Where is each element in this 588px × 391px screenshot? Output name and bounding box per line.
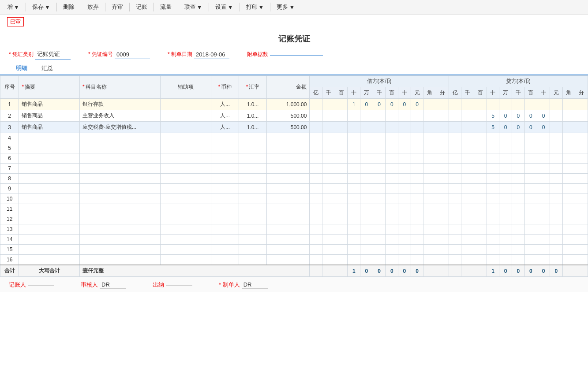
th-digit-2: 百	[335, 87, 348, 99]
table-row-empty[interactable]: 4	[0, 133, 588, 143]
attachment-field: 附单据数	[247, 51, 323, 58]
toolbar-btn-delete[interactable]: 删除	[60, 2, 78, 12]
footer: 记账人 审核人 DR 出纳 * 制单人 DR	[0, 277, 588, 292]
separator	[209, 3, 209, 11]
th-digit-18: 十	[537, 87, 550, 99]
th-digit-4: 万	[360, 87, 373, 99]
table-row-empty[interactable]: 13	[0, 224, 588, 235]
th-digit-9: 角	[423, 87, 436, 99]
voucher-type-field: * 凭证类别 记账凭证	[9, 49, 71, 60]
separator	[81, 3, 81, 11]
date-label: * 制单日期	[168, 51, 192, 58]
toolbar-btn-settings[interactable]: 设置 ▼	[212, 2, 237, 12]
reviewer-field: 审核人 DR	[81, 281, 126, 289]
toolbar-btn-save[interactable]: 保存 ▼	[29, 2, 54, 12]
separator	[240, 3, 240, 11]
cashier-field: 出纳	[153, 281, 192, 289]
th-digit-7: 十	[398, 87, 411, 99]
th-digit-11: 亿	[449, 87, 461, 99]
table-row[interactable]: 2销售商品主营业务收入人...1.0...500.0050000	[0, 110, 588, 122]
th-digit-16: 千	[512, 87, 524, 99]
summary-row: 合计大写合计壹仟元整100000100000	[0, 265, 588, 277]
bookkeeper-value[interactable]	[28, 284, 54, 286]
th-digit-15: 万	[499, 87, 512, 99]
toolbar-btn-discard[interactable]: 放弃	[84, 2, 102, 12]
voucher-no-field: * 凭证编号 0009	[88, 50, 150, 59]
table-row-empty[interactable]: 15	[0, 245, 588, 255]
date-value[interactable]: 2018-09-06	[194, 50, 229, 59]
toolbar-btn-print[interactable]: 打印 ▼	[243, 2, 268, 12]
th-rate: *汇率	[239, 76, 267, 99]
toolbar-btn-more[interactable]: 更多 ▼	[273, 2, 298, 12]
table-row-empty[interactable]: 9	[0, 184, 588, 194]
toolbar-btn-review[interactable]: 齐审	[108, 2, 127, 12]
voucher-no-label: * 凭证编号	[88, 51, 113, 58]
th-digit-12: 千	[461, 87, 474, 99]
table-row-empty[interactable]: 10	[0, 194, 588, 204]
cashier-label: 出纳	[153, 281, 164, 289]
th-digit-10: 分	[436, 87, 449, 99]
table-row-empty[interactable]: 12	[0, 214, 588, 224]
voucher-no-value[interactable]: 0009	[115, 50, 150, 59]
bookkeeper-field: 记账人	[9, 281, 54, 289]
th-digit-3: 十	[348, 87, 360, 99]
table-row-empty[interactable]: 11	[0, 204, 588, 214]
toolbar: 增 ▼ 保存 ▼ 删除 放弃 齐审 记账 流量 联查 ▼ 设置 ▼ 打印 ▼ 更…	[0, 0, 588, 15]
bookkeeper-label: 记账人	[9, 281, 26, 289]
tab-summary[interactable]: 汇总	[34, 62, 60, 75]
table-row-empty[interactable]: 8	[0, 174, 588, 184]
th-digit-19: 元	[550, 87, 562, 99]
th-digit-8: 元	[411, 87, 423, 99]
toolbar-btn-query[interactable]: 联查 ▼	[181, 2, 206, 12]
th-digit-5: 千	[373, 87, 386, 99]
table-row[interactable]: 3销售商品应交税费-应交增值税...人...1.0...500.0050000	[0, 122, 588, 133]
th-summary: *摘要	[19, 76, 80, 99]
maker-field: * 制单人 DR	[219, 281, 268, 289]
table-row-empty[interactable]: 16	[0, 255, 588, 265]
separator	[105, 3, 105, 11]
tab-detail[interactable]: 明细	[9, 62, 34, 75]
form-header: * 凭证类别 记账凭证 * 凭证编号 0009 * 制单日期 2018-09-0…	[0, 47, 588, 62]
page-title: 记账凭证	[0, 29, 588, 47]
date-field: * 制单日期 2018-09-06	[168, 50, 229, 59]
th-subject: *科目名称	[79, 76, 160, 99]
table-row[interactable]: 1销售商品银行存款人...1.0...1,000.00100000	[0, 99, 588, 110]
cashier-value[interactable]	[166, 284, 192, 286]
th-amount: 金额	[267, 76, 310, 99]
separator	[270, 3, 270, 11]
separator	[154, 3, 154, 11]
separator	[178, 3, 178, 11]
voucher-table-wrap: 序号 *摘要 *科目名称 辅助项 *币种 *汇率 金额 借方(本币) 贷方(本币…	[0, 75, 588, 277]
th-currency: *币种	[211, 76, 239, 99]
table-row-empty[interactable]: 7	[0, 164, 588, 174]
separator	[26, 3, 26, 11]
reviewer-value: DR	[100, 281, 126, 289]
table-row-empty[interactable]: 5	[0, 143, 588, 153]
th-debit-group: 借方(本币)	[310, 76, 449, 87]
toolbar-btn-bookkeep[interactable]: 记账	[132, 2, 151, 12]
th-digit-1: 千	[322, 87, 335, 99]
table-row-empty[interactable]: 6	[0, 153, 588, 164]
th-credit-group: 贷方(本币)	[449, 76, 588, 87]
attachment-label: 附单据数	[247, 51, 268, 58]
toolbar-btn-add[interactable]: 增 ▼	[4, 2, 23, 12]
attachment-value[interactable]	[270, 53, 323, 56]
th-digit-21: 分	[575, 87, 588, 99]
toolbar-btn-flow[interactable]: 流量	[157, 2, 175, 12]
th-digit-13: 百	[474, 87, 487, 99]
th-digit-6: 百	[386, 87, 398, 99]
maker-value: DR	[242, 281, 268, 289]
reviewer-label: 审核人	[81, 281, 98, 289]
th-assist: 辅助项	[161, 76, 211, 99]
separator	[129, 3, 130, 11]
already-reviewed-badge: 已审	[7, 17, 24, 26]
voucher-type-label: * 凭证类别	[9, 51, 34, 58]
voucher-type-value[interactable]: 记账凭证	[35, 49, 71, 60]
table-row-empty[interactable]: 14	[0, 235, 588, 245]
th-digit-0: 亿	[310, 87, 322, 99]
th-digit-20: 角	[562, 87, 575, 99]
separator	[56, 3, 57, 11]
th-digit-14: 十	[487, 87, 499, 99]
maker-label: * 制单人	[219, 281, 240, 289]
voucher-table: 序号 *摘要 *科目名称 辅助项 *币种 *汇率 金额 借方(本币) 贷方(本币…	[0, 75, 588, 277]
